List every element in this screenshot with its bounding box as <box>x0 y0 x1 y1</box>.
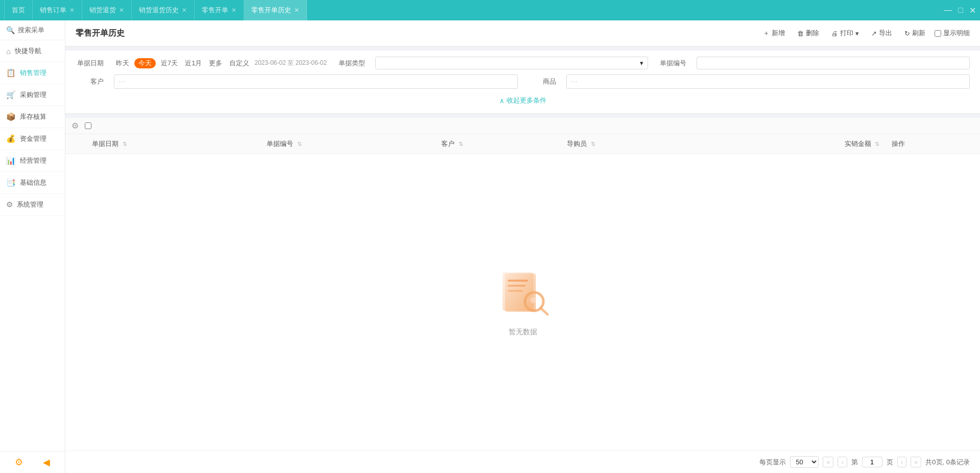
print-button[interactable]: 🖨 打印 ▾ <box>828 27 862 40</box>
tab-sales-order-close[interactable]: ✕ <box>69 7 75 14</box>
page-prefix-label: 第 <box>851 458 858 467</box>
per-page-select[interactable]: 50 10 20 100 <box>790 456 819 468</box>
table-toolbar: ⚙ <box>65 118 980 134</box>
customer-label: 客户 <box>76 77 104 86</box>
filter-area: 单据日期 昨天 今天 近7天 近1月 更多 自定义 2023-06-02 至 2… <box>65 51 980 114</box>
sys-icon: ⚙ <box>6 200 13 209</box>
export-button[interactable]: ↗ 导出 <box>868 27 895 40</box>
sidebar-item-basic-info[interactable]: 📑 基础信息 <box>0 172 65 194</box>
date-1month[interactable]: 近1月 <box>183 58 204 68</box>
sidebar-item-sys-mgmt[interactable]: ⚙ 系统管理 <box>0 194 65 216</box>
tab-retail-open-label: 零售开单 <box>202 6 228 15</box>
ops-icon: 📊 <box>6 156 16 165</box>
add-label: 新增 <box>772 29 785 38</box>
th-guide[interactable]: 导购员 ⇅ <box>561 134 711 154</box>
print-dropdown-icon: ▾ <box>855 30 859 37</box>
th-amount-label: 实销金额 <box>845 140 871 147</box>
collapse-more-btn[interactable]: ∧ 收起更多条件 <box>76 94 970 107</box>
th-checkbox <box>65 134 86 154</box>
collapse-sidebar-button[interactable]: ◀ <box>43 457 50 468</box>
th-customer[interactable]: 客户 ⇅ <box>435 134 561 154</box>
tab-bar: 首页 销售订单 ✕ 销货退货 ✕ 销货退货历史 ✕ 零售开单 ✕ 零售开单历史 … <box>0 0 980 20</box>
prev-page-button[interactable]: ‹ <box>838 457 847 467</box>
customer-select[interactable]: ··· <box>114 74 518 89</box>
date-more[interactable]: 更多 <box>207 58 224 68</box>
th-date-sort-icon: ⇅ <box>123 141 127 147</box>
sidebar-item-quick-nav[interactable]: ⌂ 快捷导航 <box>0 40 65 62</box>
sidebar-search-label: 搜索采单 <box>18 26 44 35</box>
svg-rect-2 <box>508 280 528 282</box>
th-date[interactable]: 单据日期 ⇅ <box>86 134 260 154</box>
page-header: 零售开单历史 ＋ 新增 🗑 删除 🖨 打印 ▾ ↗ 导出 <box>65 20 980 46</box>
date-range: 2023-06-02 至 2023-06-02 <box>254 59 326 67</box>
purchase-icon: 🛒 <box>6 90 16 99</box>
page-number-input[interactable] <box>862 457 882 467</box>
select-all-checkbox[interactable] <box>85 122 91 129</box>
export-icon: ↗ <box>871 30 877 37</box>
sidebar-item-finance-mgmt-label: 资金管理 <box>20 134 46 143</box>
refresh-button[interactable]: ↻ 刷新 <box>901 27 928 40</box>
sidebar-item-stock-settle-label: 库存核算 <box>20 112 46 121</box>
tab-sales-return[interactable]: 销货退货 ✕ <box>82 0 132 20</box>
minimize-button[interactable]: — <box>944 6 952 15</box>
refresh-icon: ↻ <box>904 30 910 37</box>
th-guide-sort-icon: ⇅ <box>591 141 595 147</box>
tab-retail-open-close[interactable]: ✕ <box>231 7 236 14</box>
first-page-button[interactable]: « <box>823 457 833 467</box>
last-page-button[interactable]: » <box>911 457 921 467</box>
settings-gear-icon[interactable]: ⚙ <box>15 457 23 468</box>
content-area: 零售开单历史 ＋ 新增 🗑 删除 🖨 打印 ▾ ↗ 导出 <box>65 20 980 473</box>
th-amount[interactable]: 实销金额 ⇅ <box>711 134 886 154</box>
date-label: 单据日期 <box>76 59 104 68</box>
sidebar-item-ops-mgmt-label: 经营管理 <box>20 156 46 165</box>
sidebar-item-basic-info-label: 基础信息 <box>20 178 46 187</box>
sidebar-item-stock-settle[interactable]: 📦 库存核算 <box>0 106 65 128</box>
svg-rect-3 <box>508 285 525 287</box>
tab-sales-order-label: 销售订单 <box>40 6 66 15</box>
maximize-button[interactable]: □ <box>958 6 963 15</box>
date-today[interactable]: 今天 <box>134 58 156 68</box>
table-area: ⚙ 单据日期 ⇅ 单据编号 ⇅ <box>65 118 980 473</box>
sidebar-item-purchase-mgmt-label: 采购管理 <box>20 90 46 99</box>
tab-home[interactable]: 首页 <box>4 0 33 20</box>
tab-sales-return-close[interactable]: ✕ <box>119 7 124 14</box>
th-no[interactable]: 单据编号 ⇅ <box>260 134 435 154</box>
refresh-label: 刷新 <box>912 29 925 38</box>
show-detail-check[interactable] <box>935 30 941 37</box>
close-button[interactable]: ✕ <box>969 6 976 15</box>
next-page-button[interactable]: › <box>897 457 906 467</box>
stock-icon: 📦 <box>6 112 16 121</box>
tab-retail-open-history[interactable]: 零售开单历史 ✕ <box>244 0 307 20</box>
date-custom[interactable]: 自定义 <box>227 58 251 68</box>
goods-label: 商品 <box>528 77 556 86</box>
search-icon: 🔍 <box>6 26 15 34</box>
delete-icon: 🗑 <box>797 30 804 37</box>
doc-no-input[interactable] <box>697 57 970 69</box>
tab-retail-open-history-close[interactable]: ✕ <box>294 7 299 14</box>
tab-sales-return-history-label: 销货退货历史 <box>139 6 179 15</box>
empty-text: 暂无数据 <box>509 328 537 337</box>
tab-retail-open-history-label: 零售开单历史 <box>251 6 291 15</box>
sidebar-item-finance-mgmt[interactable]: 💰 资金管理 <box>0 128 65 150</box>
svg-point-7 <box>530 297 536 303</box>
tab-sales-return-history[interactable]: 销货退货历史 ✕ <box>132 0 195 20</box>
sidebar-item-sales-mgmt[interactable]: 📋 销售管理 <box>0 62 65 84</box>
th-no-sort-icon: ⇅ <box>297 141 302 147</box>
tab-retail-open[interactable]: 零售开单 ✕ <box>195 0 244 20</box>
page-total: 共0页, 0条记录 <box>925 458 970 467</box>
add-button[interactable]: ＋ 新增 <box>760 27 788 40</box>
date-7days[interactable]: 近7天 <box>159 58 180 68</box>
tab-sales-order[interactable]: 销售订单 ✕ <box>33 0 82 20</box>
tab-sales-return-history-close[interactable]: ✕ <box>182 7 187 14</box>
table-settings-icon[interactable]: ⚙ <box>71 121 79 131</box>
delete-button[interactable]: 🗑 删除 <box>794 27 822 40</box>
show-detail-checkbox[interactable]: 显示明细 <box>935 29 970 38</box>
sidebar-item-purchase-mgmt[interactable]: 🛒 采购管理 <box>0 84 65 106</box>
date-yesterday[interactable]: 昨天 <box>114 58 131 68</box>
goods-select[interactable]: ··· <box>566 74 970 89</box>
sidebar-search[interactable]: 🔍 搜索采单 <box>0 20 65 40</box>
doc-type-select[interactable]: ▾ <box>375 57 649 69</box>
th-customer-label: 客户 <box>441 140 455 147</box>
th-customer-sort-icon: ⇅ <box>459 141 463 147</box>
sidebar-item-ops-mgmt[interactable]: 📊 经营管理 <box>0 150 65 172</box>
